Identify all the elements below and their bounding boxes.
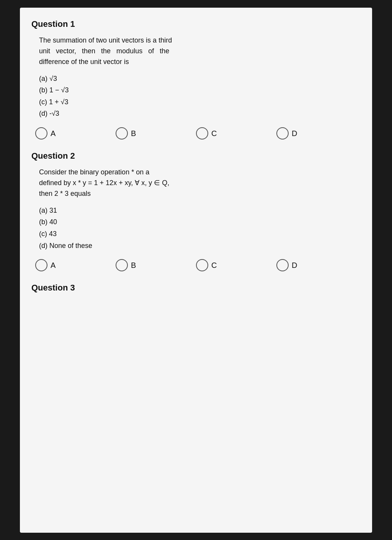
question-2-block: Question 2 Consider the binary operation… [31, 151, 361, 271]
question-1-options: (a) √3 (b) 1 − √3 (c) 1 + √3 (d) -√3 [31, 73, 361, 120]
q2-radio-c[interactable]: C [196, 259, 276, 271]
q1-option-c: (c) 1 + √3 [39, 96, 361, 108]
q1-radio-c[interactable]: C [196, 127, 276, 140]
question-1-block: Question 1 The summation of two unit vec… [31, 19, 361, 140]
question-1-title: Question 1 [31, 19, 361, 29]
phone-frame: Question 1 The summation of two unit vec… [0, 0, 392, 540]
q2-radio-label-c: C [211, 261, 217, 270]
q2-radio-circle-a[interactable] [35, 259, 47, 271]
q1-radio-label-c: C [211, 129, 217, 138]
q2-radio-a[interactable]: A [35, 259, 116, 271]
screen: Question 1 The summation of two unit vec… [20, 8, 372, 533]
q1-radio-circle-b[interactable] [116, 127, 128, 140]
q1-radio-circle-c[interactable] [196, 127, 208, 140]
q1-radio-label-b: B [131, 129, 136, 138]
q1-option-a: (a) √3 [39, 73, 361, 85]
question-3-title: Question 3 [31, 283, 361, 293]
question-2-title: Question 2 [31, 151, 361, 161]
question-2-text: Consider the binary operation * on a def… [31, 167, 361, 199]
q2-radio-label-b: B [131, 261, 136, 270]
q2-radio-label-d: D [292, 261, 297, 270]
question-1-text: The summation of two unit vectors is a t… [31, 35, 361, 67]
q2-radio-d[interactable]: D [276, 259, 357, 271]
q2-radio-circle-c[interactable] [196, 259, 208, 271]
q1-option-b: (b) 1 − √3 [39, 84, 361, 96]
question-2-radio-row: A B C D [31, 259, 361, 271]
q2-radio-circle-b[interactable] [116, 259, 128, 271]
q1-radio-label-a: A [51, 129, 56, 138]
q1-radio-circle-a[interactable] [35, 127, 47, 140]
q2-option-b: (b) 40 [39, 216, 361, 228]
q2-option-a: (a) 31 [39, 205, 361, 217]
question-3-block: Question 3 [31, 283, 361, 293]
q1-radio-label-d: D [292, 129, 297, 138]
q1-radio-d[interactable]: D [276, 127, 357, 140]
q2-radio-label-a: A [51, 261, 56, 270]
q2-radio-circle-d[interactable] [276, 259, 289, 271]
q2-option-d: (d) None of these [39, 240, 361, 252]
question-2-options: (a) 31 (b) 40 (c) 43 (d) None of these [31, 205, 361, 251]
q2-radio-b[interactable]: B [116, 259, 196, 271]
q1-option-d: (d) -√3 [39, 108, 361, 120]
q2-option-c: (c) 43 [39, 228, 361, 240]
question-1-radio-row: A B C D [31, 127, 361, 140]
q1-radio-circle-d[interactable] [276, 127, 289, 140]
q1-radio-a[interactable]: A [35, 127, 116, 140]
q1-radio-b[interactable]: B [116, 127, 196, 140]
